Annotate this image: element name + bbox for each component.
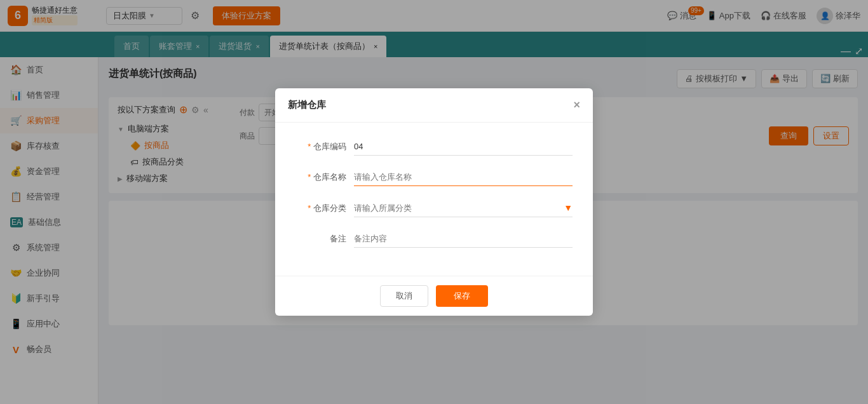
modal-overlay[interactable]: 新增仓库 × 仓库编码 仓库名称 仓库分类 ▼: [0, 0, 868, 404]
category-select-wrap[interactable]: ▼: [354, 199, 573, 217]
modal-footer: 取消 保存: [275, 276, 593, 316]
form-row-code: 仓库编码: [295, 138, 573, 156]
remark-input[interactable]: [354, 230, 573, 248]
cancel-button[interactable]: 取消: [380, 285, 428, 307]
category-arrow-icon: ▼: [564, 203, 573, 213]
form-row-remark: 备注: [295, 230, 573, 248]
modal-close-btn[interactable]: ×: [573, 98, 580, 112]
category-label: 仓库分类: [295, 203, 346, 214]
name-label: 仓库名称: [295, 172, 346, 183]
code-input[interactable]: [354, 138, 573, 156]
modal-header: 新增仓库 ×: [275, 88, 593, 123]
category-input[interactable]: [354, 203, 564, 213]
name-input[interactable]: [354, 168, 573, 186]
remark-label: 备注: [295, 233, 346, 245]
modal-title: 新增仓库: [288, 99, 326, 111]
modal-body: 仓库编码 仓库名称 仓库分类 ▼ 备注: [275, 123, 593, 276]
code-label: 仓库编码: [295, 141, 346, 152]
form-row-name: 仓库名称: [295, 168, 573, 186]
new-warehouse-modal: 新增仓库 × 仓库编码 仓库名称 仓库分类 ▼: [275, 88, 593, 316]
form-row-category: 仓库分类 ▼: [295, 199, 573, 217]
save-button[interactable]: 保存: [436, 285, 488, 307]
